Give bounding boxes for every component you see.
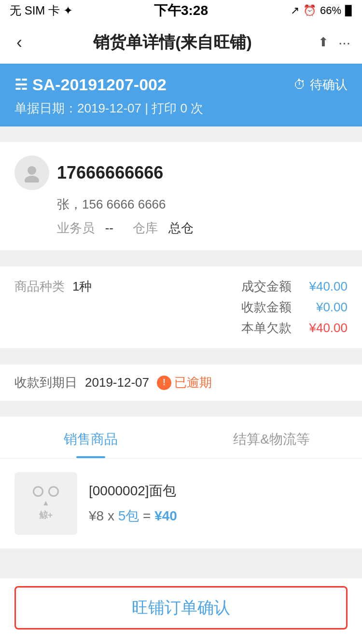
overdue-badge: ! 已逾期 xyxy=(157,374,212,391)
svg-point-0 xyxy=(28,166,36,175)
deal-amount-value: ¥40.00 xyxy=(299,279,348,294)
category-label: 商品种类 xyxy=(14,278,65,295)
confirm-btn-container: 旺铺订单确认 xyxy=(0,578,362,644)
order-icon: ☵ xyxy=(14,76,28,93)
confirm-order-button[interactable]: 旺铺订单确认 xyxy=(14,586,348,630)
warehouse-value: 总仓 xyxy=(168,221,194,235)
payment-amount-value: ¥0.00 xyxy=(299,300,348,315)
owed-amount-value: ¥40.00 xyxy=(299,321,348,336)
divider-3 xyxy=(0,349,362,356)
due-date-label: 收款到期日 xyxy=(14,374,77,391)
product-price: ¥8 x xyxy=(89,508,118,523)
divider-2 xyxy=(0,251,362,258)
customer-card: 17666666666 张，156 6666 6666 业务员 -- 仓库 总仓 xyxy=(0,142,362,251)
product-info: [0000002]面包 ¥8 x 5包 = ¥40 xyxy=(89,482,348,525)
divider-4 xyxy=(0,401,362,409)
owed-amount-row: 本单欠款 ¥40.00 xyxy=(241,320,348,336)
more-icon[interactable]: ··· xyxy=(338,34,350,51)
battery-level: 66% xyxy=(320,4,341,17)
product-list: ▲ 鲸+ [0000002]面包 ¥8 x 5包 = ¥40 xyxy=(0,459,362,549)
warehouse-label: 仓库 xyxy=(133,221,158,235)
deal-amount-label: 成交金额 xyxy=(241,278,292,295)
customer-phone: 17666666666 xyxy=(57,163,163,183)
due-date-card: 收款到期日 2019-12-07 ! 已逾期 xyxy=(0,364,362,401)
customer-avatar xyxy=(14,155,49,190)
order-id-text: SA-20191207-002 xyxy=(32,75,167,94)
payment-amount-row: 收款金额 ¥0.00 xyxy=(241,299,348,316)
status-left: 无 SIM 卡 ✦ xyxy=(10,3,73,18)
order-id-row: ☵ SA-20191207-002 xyxy=(14,75,167,94)
product-total: ¥40 xyxy=(154,508,177,523)
due-date-value: 2019-12-07 xyxy=(85,375,149,390)
divider-1 xyxy=(0,126,362,134)
customer-meta: 业务员 -- 仓库 总仓 xyxy=(14,220,348,237)
product-equals: = xyxy=(139,508,154,523)
order-status: ⏱ 待确认 xyxy=(293,76,348,93)
product-name: [0000002]面包 xyxy=(89,482,348,500)
status-right: ↗ ⏰ 66% ▉ xyxy=(291,4,352,17)
salesperson-value: -- xyxy=(105,221,113,235)
salesperson-label: 业务员 xyxy=(57,221,95,235)
battery-icon: ↗ xyxy=(291,4,299,17)
product-thumbnail: ▲ 鲸+ xyxy=(14,472,77,535)
product-item: ▲ 鲸+ [0000002]面包 ¥8 x 5包 = ¥40 xyxy=(0,459,362,549)
overdue-icon: ! xyxy=(157,376,171,390)
deal-amount-row: 成交金额 ¥40.00 xyxy=(241,278,348,295)
order-date: 单据日期：2019-12-07 | 打印 0 次 xyxy=(14,100,348,117)
status-clock-icon: ⏱ xyxy=(293,77,306,92)
nav-actions: ⬆ ··· xyxy=(318,34,350,51)
nav-bar: ‹ 销货单详情(来自旺铺) ⬆ ··· xyxy=(0,21,362,64)
status-bar: 无 SIM 卡 ✦ 下午3:28 ↗ ⏰ 66% ▉ xyxy=(0,0,362,21)
status-time: 下午3:28 xyxy=(154,1,208,20)
sim-text: 无 SIM 卡 ✦ xyxy=(10,3,73,18)
summary-card: 商品种类 1种 成交金额 ¥40.00 收款金额 ¥0.00 本单欠款 ¥40.… xyxy=(0,266,362,349)
order-header: ☵ SA-20191207-002 ⏱ 待确认 单据日期：2019-12-07 … xyxy=(0,64,362,126)
battery-bar: ▉ xyxy=(345,5,352,16)
product-qty: 5包 xyxy=(118,508,139,523)
tab-settlement-label: 结算&物流等 xyxy=(233,432,310,447)
share-icon[interactable]: ⬆ xyxy=(318,35,329,50)
tab-sales-product-label: 销售商品 xyxy=(64,432,118,447)
tab-sales-product[interactable]: 销售商品 xyxy=(0,417,181,458)
product-price-row: ¥8 x 5包 = ¥40 xyxy=(89,507,348,525)
summary-left: 商品种类 1种 xyxy=(14,278,92,295)
tab-settlement[interactable]: 结算&物流等 xyxy=(181,417,362,458)
alarm-icon: ⏰ xyxy=(303,4,316,17)
customer-name-phone: 张，156 6666 6666 xyxy=(14,196,348,213)
back-button[interactable]: ‹ xyxy=(12,28,27,57)
summary-right: 成交金额 ¥40.00 收款金额 ¥0.00 本单欠款 ¥40.00 xyxy=(241,278,348,336)
category-value: 1种 xyxy=(72,278,92,295)
payment-amount-label: 收款金额 xyxy=(241,299,292,316)
owed-amount-label: 本单欠款 xyxy=(241,320,292,336)
overdue-text: 已逾期 xyxy=(174,374,212,391)
status-text: 待确认 xyxy=(310,76,348,93)
tabs: 销售商品 结算&物流等 xyxy=(0,417,362,459)
svg-point-1 xyxy=(25,176,39,182)
page-title: 销货单详情(来自旺铺) xyxy=(93,31,252,54)
